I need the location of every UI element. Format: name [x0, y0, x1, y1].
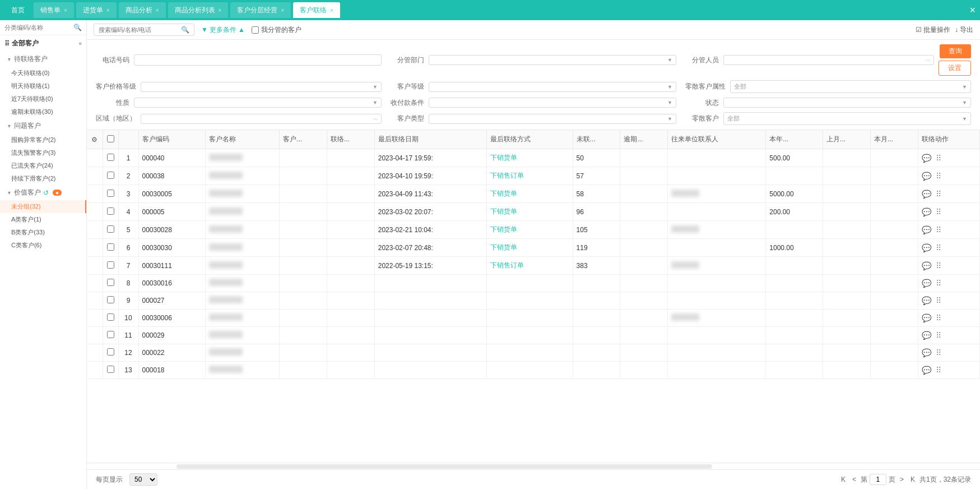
td-check[interactable] — [103, 257, 118, 275]
th-settings[interactable]: ⚙ — [87, 130, 103, 149]
last-contact-type-link[interactable]: 下销货单 — [490, 207, 517, 215]
tab-customer-contact-close[interactable]: × — [330, 7, 333, 13]
last-contact-type-link[interactable]: 下销货单 — [490, 225, 517, 233]
th-last-contact-type[interactable]: 最后联络方式 — [487, 130, 573, 149]
td-last-contact-type[interactable] — [487, 327, 573, 344]
my-customers-check[interactable] — [252, 26, 259, 34]
tab-customer-segment-close[interactable]: × — [281, 7, 284, 13]
more-action-icon[interactable]: ⠿ — [936, 243, 941, 252]
chat-icon[interactable]: 💬 — [922, 331, 931, 340]
th-code[interactable]: 客户编码 — [138, 130, 206, 149]
last-contact-type-link[interactable]: 下销货单 — [490, 154, 517, 162]
search-input[interactable] — [99, 26, 179, 33]
sidebar-group-value[interactable]: ▼ 价值客户 ↺ ● — [0, 185, 86, 200]
phone-input[interactable] — [134, 54, 382, 66]
select-all-checkbox[interactable] — [107, 135, 114, 142]
more-action-icon[interactable]: ⠿ — [936, 172, 941, 181]
td-last-contact-type[interactable]: 下销货单 — [487, 203, 573, 221]
chat-icon[interactable]: 💬 — [922, 296, 931, 305]
td-last-contact-type[interactable]: 下销货单 — [487, 221, 573, 239]
sparse-customer-select[interactable]: 全部 ▼ — [723, 112, 971, 125]
th-contact[interactable]: 联络... — [327, 130, 374, 149]
sidebar-item-declining[interactable]: 持续下滑客户(2) — [0, 172, 86, 185]
th-last-contact-date[interactable]: 最后联络日期 — [374, 130, 486, 149]
sidebar-item-c-class[interactable]: C类客户(6) — [0, 239, 86, 252]
td-last-contact-type[interactable]: 下销货单 — [487, 185, 573, 203]
row-checkbox[interactable] — [107, 331, 114, 338]
my-customers-checkbox[interactable]: 我分管的客户 — [252, 25, 301, 35]
tab-customer-contact[interactable]: 客户联络 × — [293, 2, 340, 18]
chat-icon[interactable]: 💬 — [922, 225, 931, 234]
row-checkbox[interactable] — [107, 366, 114, 373]
tab-home[interactable]: 首页 — [4, 2, 31, 18]
th-action[interactable]: 联络动作 — [918, 130, 979, 149]
td-check[interactable] — [103, 203, 118, 221]
status-select[interactable]: ▼ — [723, 98, 971, 108]
sparse-attr-select[interactable]: 全部 ▼ — [730, 80, 971, 93]
td-check[interactable] — [103, 275, 118, 292]
sidebar-item-tomorrow[interactable]: 明天待联络(1) — [0, 80, 86, 93]
td-check[interactable] — [103, 327, 118, 344]
collapse-icon[interactable]: « — [78, 40, 82, 47]
td-last-contact-type[interactable] — [487, 275, 573, 292]
td-last-contact-type[interactable] — [487, 362, 573, 379]
query-btn[interactable]: 查询 — [940, 44, 971, 58]
th-uncontacted[interactable]: 未联... — [573, 130, 620, 149]
dept-select[interactable]: ▼ — [429, 55, 676, 65]
chat-icon[interactable]: 💬 — [922, 243, 931, 252]
region-select[interactable]: ··· — [141, 114, 382, 124]
more-action-icon[interactable]: ⠿ — [936, 331, 941, 340]
page-input[interactable] — [870, 474, 886, 485]
th-counterpart[interactable]: 往来单位联系人 — [668, 130, 766, 149]
more-action-icon[interactable]: ⠿ — [936, 296, 941, 305]
td-last-contact-type[interactable] — [487, 292, 573, 310]
last-contact-type-link[interactable]: 下销售订单 — [490, 261, 524, 269]
sidebar-group-pending[interactable]: ▼ 待联络客户 — [0, 52, 86, 67]
tab-product-analysis-list[interactable]: 商品分析列表 × — [168, 2, 229, 18]
more-action-icon[interactable]: ⠿ — [936, 313, 941, 322]
more-action-icon[interactable]: ⠿ — [936, 190, 941, 199]
prev-page-btn[interactable]: < — [850, 474, 858, 485]
sidebar-item-overdue[interactable]: 逾期未联络(30) — [0, 105, 86, 118]
more-action-icon[interactable]: ⠿ — [936, 279, 941, 288]
customer-grade-select[interactable]: ▼ — [429, 82, 676, 92]
sidebar-item-a-class[interactable]: A类客户(1) — [0, 213, 86, 226]
row-checkbox[interactable] — [107, 190, 114, 197]
th-this-month[interactable]: 本月... — [870, 130, 918, 149]
tab-product-analysis-close[interactable]: × — [156, 7, 159, 13]
td-check[interactable] — [103, 221, 118, 239]
tab-purchase[interactable]: 进货单 × — [76, 2, 117, 18]
td-check[interactable] — [103, 239, 118, 257]
td-check[interactable] — [103, 149, 118, 167]
td-last-contact-type[interactable]: 下销售订单 — [487, 257, 573, 275]
sidebar-item-churn-warning[interactable]: 流失预警客户(3) — [0, 146, 86, 159]
more-conditions-btn[interactable]: ▼ 更多条件 ▲ — [201, 25, 245, 35]
sidebar-search-icon[interactable]: 🔍 — [73, 24, 82, 31]
td-last-contact-type[interactable] — [487, 310, 573, 327]
sidebar-item-today[interactable]: 今天待联络(0) — [0, 67, 86, 80]
chat-icon[interactable]: 💬 — [922, 154, 931, 163]
page-size-select[interactable]: 50 20 100 — [129, 473, 157, 486]
last-contact-type-link[interactable]: 下销售订单 — [490, 172, 524, 179]
sidebar-item-b-class[interactable]: B类客户(33) — [0, 226, 86, 239]
row-checkbox[interactable] — [107, 261, 114, 269]
refresh-icon[interactable]: ↺ — [43, 189, 49, 197]
th-overdue[interactable]: 逾期... — [620, 130, 668, 149]
more-action-icon[interactable]: ⠿ — [936, 261, 941, 270]
th-this-year[interactable]: 本年... — [766, 130, 823, 149]
last-page-btn[interactable]: K — [908, 474, 917, 485]
first-page-btn[interactable]: K — [839, 474, 848, 485]
next-page-btn[interactable]: > — [898, 474, 906, 485]
sidebar-item-ungroup[interactable]: 未分组(32) — [0, 200, 86, 213]
export-btn[interactable]: ↓ 导出 — [955, 25, 973, 35]
td-last-contact-type[interactable]: 下销货单 — [487, 149, 573, 167]
td-check[interactable] — [103, 185, 118, 203]
chat-icon[interactable]: 💬 — [922, 261, 931, 270]
row-checkbox[interactable] — [107, 154, 114, 161]
td-check[interactable] — [103, 310, 118, 327]
last-contact-type-link[interactable]: 下销货单 — [490, 190, 517, 197]
chat-icon[interactable]: 💬 — [922, 313, 931, 322]
sidebar-item-churned[interactable]: 已流失客户(24) — [0, 159, 86, 172]
more-action-icon[interactable]: ⠿ — [936, 348, 941, 357]
td-check[interactable] — [103, 167, 118, 185]
